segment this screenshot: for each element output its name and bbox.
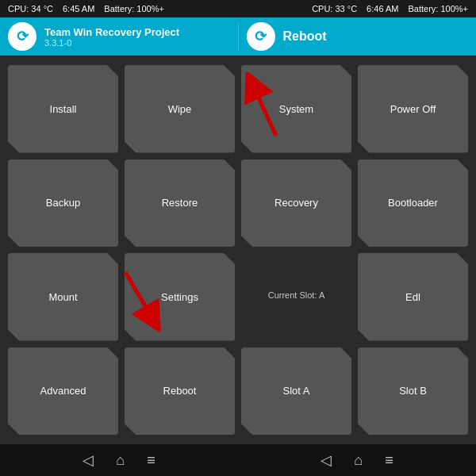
app-version: 3.3.1-0 [44, 38, 179, 48]
home-icon-left[interactable]: ⌂ [116, 452, 125, 469]
recovery-button[interactable]: Recovery [241, 159, 351, 248]
header-title-group: Team Win Recovery Project 3.3.1-0 [44, 26, 179, 48]
header-left: ⟳ Team Win Recovery Project 3.3.1-0 [0, 22, 238, 51]
back-icon-right[interactable]: ◁ [321, 451, 332, 469]
reboot-logo: ⟳ [247, 22, 275, 51]
time-right: 6:46 AM [367, 4, 398, 13]
menu-icon-right[interactable]: ≡ [385, 452, 393, 469]
back-icon-left[interactable]: ◁ [83, 451, 94, 469]
mount-button[interactable]: Mount [8, 253, 118, 341]
battery-right: Battery: 100%+ [408, 4, 468, 13]
status-right: CPU: 33 °C 6:46 AM Battery: 100%+ [312, 4, 468, 13]
slot-a-button[interactable]: Slot A [241, 347, 351, 436]
install-button[interactable]: Install [8, 65, 118, 153]
status-left: CPU: 34 °C 6:45 AM Battery: 100%+ [8, 4, 164, 13]
bootloader-button[interactable]: Bootloader [358, 159, 468, 248]
status-bar: CPU: 34 °C 6:45 AM Battery: 100%+ CPU: 3… [0, 0, 476, 17]
menu-icon-left[interactable]: ≡ [147, 452, 155, 469]
reboot-button[interactable]: Reboot [125, 347, 235, 436]
header: ⟳ Team Win Recovery Project 3.3.1-0 ⟳ Re… [0, 17, 476, 56]
main-area: Install Wipe System Power Off Backup Res… [0, 56, 476, 444]
time-left: 6:45 AM [63, 4, 94, 13]
button-grid: Install Wipe System Power Off Backup Res… [8, 65, 468, 435]
edl-button[interactable]: Edl [358, 253, 468, 341]
nav-bar: ◁ ⌂ ≡ ◁ ⌂ ≡ [0, 444, 476, 476]
settings-button[interactable]: Settings [125, 253, 235, 341]
cpu-temp-right: CPU: 33 °C [312, 4, 357, 13]
slot-b-button[interactable]: Slot B [358, 347, 468, 436]
nav-left-group: ◁ ⌂ ≡ [83, 451, 155, 469]
wipe-button[interactable]: Wipe [125, 65, 235, 153]
current-slot-text: Current Slot: A [268, 290, 325, 300]
battery-left: Battery: 100%+ [104, 4, 164, 13]
twrp-logo: ⟳ [8, 22, 36, 51]
home-icon-right[interactable]: ⌂ [354, 452, 363, 469]
advanced-button[interactable]: Advanced [8, 347, 118, 436]
header-right: ⟳ Reboot [238, 22, 477, 51]
system-button[interactable]: System [241, 65, 351, 153]
reboot-title: Reboot [283, 29, 327, 44]
power-off-button[interactable]: Power Off [358, 65, 468, 153]
app-title: Team Win Recovery Project [44, 26, 179, 38]
nav-right-group: ◁ ⌂ ≡ [321, 451, 393, 469]
cpu-temp-left: CPU: 34 °C [8, 4, 53, 13]
slot-info: Current Slot: A [241, 253, 351, 341]
restore-button[interactable]: Restore [125, 159, 235, 248]
backup-button[interactable]: Backup [8, 159, 118, 248]
